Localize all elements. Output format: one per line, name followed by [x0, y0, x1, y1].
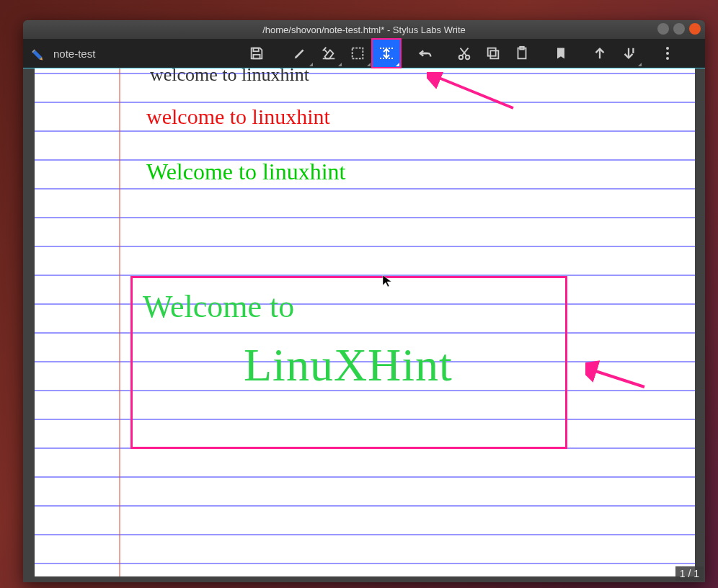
document-tab[interactable]: note-test: [23, 39, 105, 68]
window-title: /home/shovon/note-test.html* - Stylus La…: [262, 24, 466, 35]
handwriting-line-3: Welcome to linuxhint: [146, 159, 345, 185]
svg-point-9: [459, 55, 464, 60]
window-controls: [657, 23, 701, 35]
minimize-button[interactable]: [657, 23, 669, 35]
cut-button[interactable]: [450, 39, 479, 68]
chevron-down-icon: [309, 63, 313, 66]
svg-point-10: [466, 55, 470, 60]
handwriting-line-2: welcome to linuxhint: [146, 104, 330, 129]
svg-rect-3: [254, 48, 259, 52]
prev-page-button[interactable]: [585, 39, 614, 68]
titlebar: /home/shovon/note-test.html* - Stylus La…: [23, 20, 705, 39]
handwriting-selected-bottom: LinuXHint: [244, 339, 453, 392]
undo-button[interactable]: [411, 39, 440, 68]
svg-rect-5: [353, 48, 363, 59]
svg-rect-4: [254, 55, 260, 59]
eraser-tool-button[interactable]: [314, 39, 343, 68]
pen-tool-button[interactable]: [285, 39, 314, 68]
pencil-icon: [30, 43, 50, 63]
svg-rect-14: [488, 48, 496, 56]
paper[interactable]: welcome to linuxhint welcome to linuxhin…: [35, 68, 695, 576]
svg-point-22: [666, 57, 669, 60]
svg-text:welcome to linuxhint: welcome to linuxhint: [150, 68, 310, 85]
copy-button[interactable]: [479, 39, 508, 68]
document-name: note-test: [53, 48, 95, 60]
svg-rect-13: [491, 50, 499, 58]
chevron-down-icon: [396, 63, 399, 66]
svg-point-20: [666, 47, 669, 50]
paste-button[interactable]: [508, 39, 536, 68]
close-button[interactable]: [689, 23, 701, 35]
maximize-button[interactable]: [673, 23, 685, 35]
menu-button[interactable]: [653, 39, 682, 68]
chevron-down-icon: [367, 63, 371, 66]
handwriting-selected-top: Welcome to: [143, 288, 294, 325]
bookmark-button[interactable]: [546, 39, 575, 68]
chevron-down-icon: [338, 63, 342, 66]
insert-space-button[interactable]: [372, 39, 401, 68]
app-window: /home/shovon/note-test.html* - Stylus La…: [23, 20, 705, 582]
toolbar: note-test: [23, 39, 705, 68]
select-tool-button[interactable]: [343, 39, 372, 68]
next-page-button[interactable]: [614, 39, 643, 68]
handwriting-line-1: welcome to linuxhint: [150, 68, 453, 90]
svg-rect-0: [32, 50, 42, 60]
save-button[interactable]: [242, 39, 271, 68]
canvas-area[interactable]: welcome to linuxhint welcome to linuxhin…: [23, 68, 705, 582]
svg-point-21: [666, 52, 669, 55]
mouse-cursor-icon: [382, 275, 392, 290]
page-counter: 1 / 1: [675, 566, 704, 581]
chevron-down-icon: [638, 63, 642, 66]
